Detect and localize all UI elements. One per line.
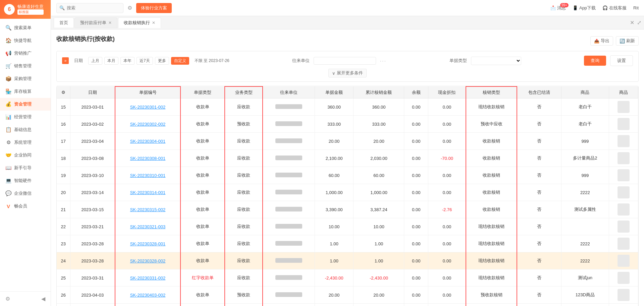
- guide-icon: 📖: [5, 165, 11, 171]
- date-btn-this-year[interactable]: 本年: [120, 57, 135, 65]
- cell-date: 2023-03-28: [70, 252, 115, 269]
- search-input[interactable]: [67, 5, 120, 10]
- column-settings-icon[interactable]: ⚙: [60, 89, 66, 96]
- sidebar-item-member[interactable]: V 畅会员: [0, 200, 51, 212]
- cell-product2: [609, 252, 638, 269]
- code-link[interactable]: SK-20230403-002: [130, 293, 166, 298]
- tab-home[interactable]: 首页: [54, 17, 74, 28]
- code-link[interactable]: SK-20230315-002: [130, 207, 166, 212]
- cell-cash-discount: -2.76: [428, 201, 466, 218]
- expand-icon[interactable]: ⤢: [637, 19, 641, 26]
- code-link[interactable]: SK-20230308-001: [130, 156, 166, 161]
- code-link[interactable]: SK-20230304-001: [130, 139, 166, 144]
- cell-included: 否: [517, 167, 561, 184]
- cell-verify-type: 收款核销: [466, 167, 517, 184]
- tab-collection-close[interactable]: ✕: [152, 20, 155, 25]
- cell-cash-discount: 0.00: [428, 116, 466, 133]
- sidebar-item-sales[interactable]: 🛒 销售管理: [0, 60, 51, 72]
- code-link[interactable]: SK-20230301-002: [130, 105, 166, 110]
- tab-collection[interactable]: 收款核销执行 ✕: [118, 17, 161, 28]
- sidebar-item-marketing[interactable]: 📢 营销推广: [0, 47, 51, 60]
- user-label[interactable]: Rit: [633, 5, 639, 10]
- tab-prepay-close[interactable]: ✕: [108, 20, 112, 25]
- th-verify-type: 核销类型: [466, 86, 517, 99]
- cell-verify-type: 现结收款核销: [466, 269, 517, 287]
- sidebar-item-system[interactable]: ⚙ 系统管理: [0, 136, 51, 149]
- cell-unit: [263, 150, 315, 167]
- query-button[interactable]: 查询: [584, 56, 606, 66]
- gear-icon[interactable]: ⚙: [127, 5, 132, 11]
- cell-amount: -2,430.00: [315, 269, 354, 287]
- code-link[interactable]: SK-20230302-002: [130, 122, 166, 127]
- cell-product1: 2222: [561, 184, 609, 201]
- topbar-search-box[interactable]: 🔍: [56, 3, 123, 13]
- sidebar-item-hardware[interactable]: 💻 智能硬件: [0, 174, 51, 187]
- cell-product2: [609, 304, 638, 306]
- cell-cumulative: 1,000.00: [354, 184, 404, 201]
- export-button[interactable]: 📤 导出: [590, 36, 613, 46]
- code-link[interactable]: SK-20230328-001: [130, 241, 166, 246]
- cell-unit: [263, 269, 315, 287]
- cell-biz-type: 应收款: [225, 218, 263, 235]
- export-icon: 📤: [594, 39, 599, 44]
- date-btn-7days[interactable]: 近7天: [137, 57, 153, 65]
- date-btn-more[interactable]: 更多: [155, 57, 169, 65]
- cell-product2: [609, 99, 638, 116]
- cell-no: 24: [57, 252, 70, 269]
- unit-filter-input[interactable]: [314, 57, 376, 65]
- page-header: 收款核销执行(按收款) 📤 导出 🔄 刷新: [56, 35, 639, 47]
- cell-no: 18: [57, 150, 70, 167]
- cell-code: SK-20230321-003: [115, 218, 180, 235]
- cell-biz-type: 应收款: [225, 201, 263, 218]
- settings-bottom-icon[interactable]: ⚙: [5, 296, 10, 302]
- logo-icon: 6: [4, 4, 15, 15]
- cell-receipt-type: 收款单: [180, 218, 225, 235]
- sidebar-item-basic[interactable]: 📋 基础信息: [0, 123, 51, 136]
- code-link[interactable]: SK-20230331-002: [130, 276, 166, 281]
- filter-arrow[interactable]: »: [62, 57, 69, 64]
- th-product1: 商品: [561, 86, 609, 99]
- cell-included: 否: [517, 287, 561, 304]
- cell-cumulative: 333.00: [354, 116, 404, 133]
- sidebar-item-purchase[interactable]: 📦 采购管理: [0, 72, 51, 85]
- date-btn-this-month[interactable]: 本月: [104, 57, 118, 65]
- refresh-button[interactable]: 🔄 刷新: [616, 36, 639, 46]
- code-link[interactable]: SK-20230314-001: [130, 190, 166, 195]
- settings-button[interactable]: 设置: [610, 55, 633, 66]
- home-icon: 🏠: [5, 38, 11, 44]
- sidebar-item-operation[interactable]: 📊 经营管理: [0, 111, 51, 123]
- sidebar-item-corp[interactable]: 🤝 企业协同: [0, 149, 51, 162]
- cell-verify-type: 现结收款核销: [466, 304, 517, 306]
- cell-product1: 2222: [561, 235, 609, 252]
- solution-button[interactable]: 体验行业方案: [136, 3, 172, 13]
- date-btn-prev-month[interactable]: 上月: [88, 57, 102, 65]
- service-button[interactable]: 🎧 在线客服: [602, 5, 627, 11]
- code-link[interactable]: SK-20230328-002: [130, 258, 166, 263]
- code-link[interactable]: SK-20230321-003: [130, 224, 166, 229]
- sidebar-item-guide[interactable]: 📖 新手引导: [0, 162, 51, 174]
- message-button[interactable]: 📩 消息 99+: [550, 5, 566, 11]
- collapse-icon[interactable]: ◀: [41, 296, 45, 302]
- cell-verify-type: 现结收款核销: [466, 235, 517, 252]
- sidebar-item-quicknav[interactable]: 🏠 快捷导航: [0, 34, 51, 47]
- date-btn-custom[interactable]: 自定义: [171, 57, 189, 65]
- unit-filter-label: 往来单位: [292, 58, 310, 64]
- cell-included: 否: [517, 252, 561, 269]
- cell-product2: [609, 150, 638, 167]
- cell-balance: 0.00: [404, 184, 428, 201]
- sidebar-item-inventory[interactable]: 🏪 库存核算: [0, 85, 51, 98]
- sidebar-item-wechat[interactable]: 💬 企业微信: [0, 187, 51, 200]
- receipt-type-select[interactable]: [471, 57, 521, 65]
- page-content: 收款核销执行(按收款) 📤 导出 🔄 刷新 » 日期 上月 本月: [51, 29, 644, 306]
- chevron-down-icon: ∨: [332, 71, 335, 76]
- sidebar-item-finance[interactable]: 💰 资金管理: [0, 98, 51, 111]
- code-link[interactable]: SK-20230310-001: [130, 173, 166, 178]
- expand-conditions-button[interactable]: ∨ 展开更多条件: [328, 69, 367, 77]
- cell-balance: 0.00: [404, 287, 428, 304]
- tab-prepay[interactable]: 预付款应付单 ✕: [74, 17, 117, 28]
- close-all-icon[interactable]: ✕: [630, 19, 634, 26]
- sidebar-item-search[interactable]: 🔍 搜索菜单: [0, 21, 51, 34]
- th-included: 包含已结清: [517, 86, 561, 99]
- operation-icon: 📊: [5, 114, 11, 120]
- app-download-button[interactable]: 📱 App下载: [573, 5, 596, 11]
